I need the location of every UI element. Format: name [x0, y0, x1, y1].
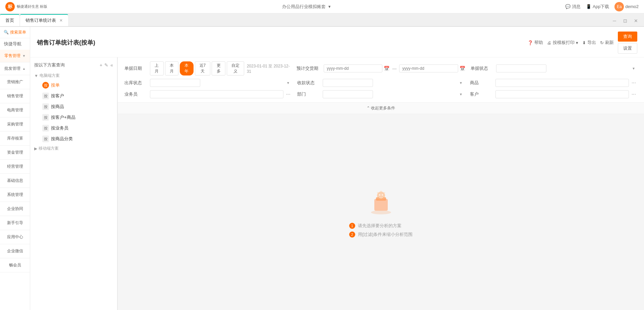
sidebar-item-quick-nav[interactable]: 快捷导航 — [0, 38, 30, 50]
scheme-by-customer[interactable]: 按 按客户 — [38, 91, 117, 101]
scheme-by-customer-goods-icon: 按 — [42, 114, 49, 121]
tab-home[interactable]: 首页 — [0, 14, 19, 26]
customer-input[interactable] — [495, 90, 629, 98]
svg-point-4 — [379, 194, 380, 196]
sidebar-search-label: 搜索菜单 — [10, 30, 26, 35]
sidebar-item-enterprise[interactable]: 企业协同 — [0, 202, 30, 216]
sidebar-item-finance[interactable]: 资金管理 — [0, 146, 30, 160]
date-btn-more[interactable]: 更多 — [212, 61, 225, 75]
step-num-2: 2 — [349, 231, 355, 238]
sidebar-corp-wechat-label: 企业微信 — [7, 248, 23, 254]
avatar: Ea — [614, 2, 624, 11]
scheme-by-customer-goods[interactable]: 按 按客户+商品 — [38, 112, 117, 123]
mobile-scheme-label: 移动端方案 — [39, 146, 59, 151]
date-separator: — — [391, 66, 398, 71]
top-bar-left: 标 畅捷通好生意 标版 — [5, 2, 47, 11]
date-btn-custom[interactable]: 自定义 — [227, 61, 244, 75]
expected-delivery-end-input[interactable] — [399, 64, 458, 72]
sidebar-item-purchase[interactable]: 采购管理 — [0, 117, 30, 132]
salesperson-input[interactable] — [150, 90, 283, 98]
document-status-select[interactable] — [496, 64, 546, 72]
refresh-button[interactable]: ↻ 刷新 — [600, 40, 614, 46]
goods-more-icon[interactable]: ··· — [630, 80, 637, 86]
sidebar-item-system[interactable]: 系统管理 — [0, 188, 30, 202]
scheme-by-goods-label: 按商品 — [51, 104, 64, 110]
sidebar-sales-label: 销售管理 — [7, 93, 23, 99]
sidebar-item-basic[interactable]: 基础信息 — [0, 174, 30, 188]
calendar-start-icon[interactable]: 📅 — [384, 66, 389, 71]
scheme-by-order[interactable]: 按 按单 — [38, 80, 117, 91]
sidebar-inventory-label: 库存核算 — [7, 136, 23, 141]
sidebar-item-operations[interactable]: 经营管理 — [0, 160, 30, 174]
sidebar-item-app-center[interactable]: 应用中心 — [0, 230, 30, 244]
empty-step-2-label: 用[过滤]条件来缩小分析范围 — [358, 231, 413, 238]
help-button[interactable]: ❓ 帮助 — [528, 40, 543, 46]
top-bar-center[interactable]: 办公用品行业模拟账套 ▾ — [282, 4, 331, 10]
tab-sales-order-stats-label: 销售订单统计表 — [25, 17, 56, 23]
sidebar-item-ecommerce[interactable]: 电商管理 — [0, 103, 30, 117]
sidebar-item-newbie[interactable]: 新手引导 — [0, 216, 30, 230]
svg-point-5 — [382, 194, 383, 196]
mobile-scheme-section[interactable]: ▶ 移动端方案 — [30, 144, 117, 153]
goods-input[interactable] — [495, 79, 629, 87]
company-dropdown-icon[interactable]: ▾ — [328, 4, 331, 9]
add-scheme-icon[interactable]: + — [100, 62, 102, 68]
date-btn-this-month[interactable]: 本月 — [165, 61, 179, 75]
sidebar-item-member[interactable]: 畅会员 — [0, 258, 30, 272]
sidebar-item-retail[interactable]: 零售管理 ▼ — [0, 50, 30, 62]
department-select[interactable] — [323, 90, 373, 98]
pc-scheme-items: 按 按单 按 按客户 按 按商品 按 按客户+商 — [30, 80, 117, 144]
close-window-button[interactable]: ✕ — [632, 17, 640, 25]
sidebar-item-sales[interactable]: 销售管理 — [0, 89, 30, 103]
sidebar-item-corp-wechat[interactable]: 企业微信 — [0, 244, 30, 258]
scheme-tree: ▼ 电脑端方案 按 按单 按 按客户 按 — [30, 70, 117, 154]
calendar-end-icon[interactable]: 📅 — [460, 66, 465, 71]
expected-delivery-start-input[interactable] — [324, 64, 382, 72]
main-layout: 🔍 搜索菜单 快捷导航 零售管理 ▼ 批发管理 ▲ 营销推广 销售管理 电商管理… — [0, 27, 644, 310]
salesperson-label: 业务员 — [124, 91, 145, 97]
customer-input-group: ··· — [495, 90, 637, 98]
salesperson-more-icon[interactable]: ··· — [285, 91, 292, 97]
scheme-by-salesperson[interactable]: 按 按业务员 — [38, 123, 117, 134]
date-range-text: 2023-01-01 至 2023-12-31 — [247, 63, 291, 74]
sidebar-item-wholesale[interactable]: 批发管理 ▲ — [0, 62, 30, 75]
edit-scheme-icon[interactable]: ✎ — [104, 62, 108, 68]
query-button[interactable]: 查询 — [618, 32, 637, 42]
date-btn-this-year[interactable]: 本年 — [180, 61, 194, 75]
sidebar-item-marketing[interactable]: 营销推广 — [0, 75, 30, 89]
filter-row-1: 单据日期 上月 本月 本年 近7天 更多 自定义 2023-01-01 至 20… — [124, 61, 637, 75]
scheme-by-goods-category[interactable]: 按 按商品分类 — [38, 134, 117, 144]
template-print-dropdown-icon[interactable]: ▾ — [576, 40, 578, 45]
pc-scheme-section[interactable]: ▼ 电脑端方案 — [30, 71, 117, 80]
collapse-bar[interactable]: ⌃ 收起更多条件 — [118, 103, 644, 114]
top-bar: 标 畅捷通好生意 标版 办公用品行业模拟账套 ▾ 💬 消息 📱 App下载 Ea… — [0, 0, 644, 13]
maximize-button[interactable]: ⊡ — [621, 17, 629, 25]
scheme-by-salesperson-label: 按业务员 — [51, 125, 68, 131]
payment-status-select-wrapper — [323, 79, 465, 87]
export-button[interactable]: ⬇ 导出 — [582, 40, 596, 46]
left-panel-icons: + ✎ « — [100, 62, 113, 68]
payment-status-select[interactable] — [323, 79, 373, 87]
tab-sales-order-stats[interactable]: 销售订单统计表 ✕ — [20, 14, 68, 26]
svg-rect-1 — [374, 199, 388, 211]
scheme-by-goods[interactable]: 按 按商品 — [38, 101, 117, 112]
tab-close-icon[interactable]: ✕ — [59, 18, 63, 23]
filter-row-2: 出库状态 收款状态 商品 — [124, 79, 637, 87]
date-btn-last-month[interactable]: 上月 — [150, 61, 164, 75]
date-btn-last-7-days[interactable]: 近7天 — [195, 61, 211, 75]
delivery-status-select[interactable] — [150, 79, 200, 87]
user-menu[interactable]: Ea demo2 — [614, 2, 639, 11]
customer-more-icon[interactable]: ··· — [630, 91, 637, 97]
app-download-button[interactable]: 📱 App下载 — [586, 4, 609, 10]
minimize-button[interactable]: ─ — [610, 17, 619, 25]
collapse-panel-icon[interactable]: « — [110, 62, 113, 68]
user-name: demo2 — [625, 4, 639, 9]
settings-button[interactable]: 设置 — [618, 43, 637, 54]
sidebar-item-inventory[interactable]: 库存核算 — [0, 132, 30, 146]
sidebar-search[interactable]: 🔍 搜索菜单 — [0, 27, 30, 38]
template-print-button[interactable]: 🖨 按模板打印 ▾ — [547, 40, 578, 46]
customer-label: 客户 — [470, 91, 490, 97]
message-button[interactable]: 💬 消息 — [565, 4, 581, 10]
sidebar-system-label: 系统管理 — [7, 192, 23, 198]
goods-label: 商品 — [470, 80, 490, 86]
